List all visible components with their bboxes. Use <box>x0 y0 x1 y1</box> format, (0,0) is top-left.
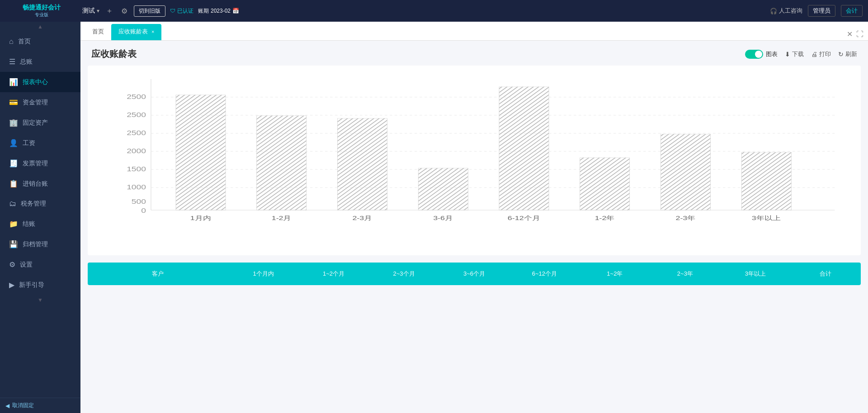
sidebar-label-home: 首页 <box>18 38 31 46</box>
table-container: 客户 1个月内 1~2个月 2~3个月 3~6个月 6~12个月 1~2年 2~… <box>88 263 861 285</box>
sidebar-item-reports[interactable]: 📊 报表中心 <box>0 72 80 92</box>
cancel-pin-button[interactable]: ◀ 取消固定 <box>0 398 80 413</box>
refresh-button[interactable]: ↻ 刷新 <box>838 50 857 58</box>
period-label: 账期 <box>198 7 209 15</box>
svg-rect-25 <box>499 87 549 210</box>
close-window-button[interactable]: ✕ <box>847 30 853 38</box>
home-icon: ⌂ <box>9 38 14 46</box>
sidebar-scroll: ▲ ⌂ 首页 ☰ 总账 📊 报表中心 💳 资金管理 🏢 固定资产 <box>0 22 80 398</box>
sidebar-item-tax[interactable]: 🗂 税务管理 <box>0 194 80 214</box>
company-selector[interactable]: 测试 ▾ <box>82 7 99 15</box>
consult-label: 人工咨询 <box>779 7 802 15</box>
scroll-up-arrow[interactable]: ▲ <box>0 22 80 32</box>
refresh-icon: ↻ <box>838 51 844 58</box>
settings-icon[interactable]: ⚙ <box>119 5 129 17</box>
funds-icon: 💳 <box>9 98 18 107</box>
svg-text:0: 0 <box>141 207 146 215</box>
svg-text:2500: 2500 <box>127 130 146 137</box>
role-button[interactable]: 会计 <box>841 5 863 17</box>
sidebar-label-reports: 报表中心 <box>23 78 48 86</box>
sidebar-item-assets[interactable]: 🏢 固定资产 <box>0 113 80 133</box>
main-layout: ▲ ⌂ 首页 ☰ 总账 📊 报表中心 💳 资金管理 🏢 固定资产 <box>0 22 868 413</box>
sidebar-item-settings[interactable]: ⚙ 设置 <box>0 254 80 275</box>
sales-icon: 📋 <box>9 179 18 188</box>
sidebar-label-assets: 固定资产 <box>23 119 48 127</box>
add-button[interactable]: ＋ <box>104 5 115 18</box>
sidebar-item-archive[interactable]: 💾 归档管理 <box>0 234 80 254</box>
sidebar-label-archive: 归档管理 <box>23 240 48 249</box>
refresh-label: 刷新 <box>845 50 857 58</box>
sidebar-item-home[interactable]: ⌂ 首页 <box>0 32 80 52</box>
switch-version-button[interactable]: 切到旧版 <box>134 5 165 17</box>
manager-button[interactable]: 管理员 <box>808 5 835 17</box>
tax-icon: 🗂 <box>9 200 16 208</box>
toggle-thumb <box>755 51 762 58</box>
sidebar-label-payroll: 工资 <box>23 139 35 147</box>
svg-text:1月内: 1月内 <box>190 215 212 221</box>
tab-ar-aging[interactable]: 应收账龄表 × <box>111 24 161 40</box>
ledger-icon: ☰ <box>9 57 15 66</box>
table-header: 客户 1个月内 1~2个月 2~3个月 3~6个月 6~12个月 1~2年 2~… <box>88 263 861 285</box>
svg-text:2000: 2000 <box>127 148 146 155</box>
svg-text:2-3月: 2-3月 <box>352 215 372 221</box>
print-icon: 🖨 <box>811 51 817 58</box>
tab-actions: ✕ ⛶ <box>847 30 863 40</box>
header-right: 🎧 人工咨询 管理员 会计 <box>770 5 863 17</box>
tab-close-icon[interactable]: × <box>151 29 154 34</box>
chevron-down-icon: ▾ <box>97 8 99 14</box>
col-header-total: 合计 <box>791 263 861 285</box>
cancel-pin-label: 取消固定 <box>12 402 34 409</box>
top-header: 畅捷通好会计 专业版 测试 ▾ ＋ ⚙ 切到旧版 🛡 已认证 账期 2023-0… <box>0 0 868 22</box>
svg-text:3-6月: 3-6月 <box>433 215 453 221</box>
archive-icon: 💾 <box>9 240 18 249</box>
tab-ar-aging-label: 应收账龄表 <box>118 28 148 36</box>
svg-text:6-12个月: 6-12个月 <box>508 215 540 221</box>
svg-text:3年以上: 3年以上 <box>752 215 781 221</box>
report-header: 应收账龄表 图表 ⬇ 下载 🖨 打印 <box>80 41 868 66</box>
certified-text: 已认证 <box>177 7 193 15</box>
guide-icon: ▶ <box>9 281 14 289</box>
svg-text:2500: 2500 <box>127 94 146 101</box>
logo-title: 畅捷通好会计 <box>23 4 61 12</box>
bar-chart: 2500 2500 2500 2000 1500 1000 500 0 1月内 <box>101 75 847 237</box>
sidebar-item-payroll[interactable]: 👤 工资 <box>0 133 80 153</box>
company-name: 测试 <box>82 7 95 15</box>
calendar-icon[interactable]: 📅 <box>232 8 239 14</box>
download-button[interactable]: ⬇ 下载 <box>785 50 804 58</box>
period-value: 2023-02 <box>211 8 231 14</box>
sidebar-item-sales[interactable]: 📋 进销台账 <box>0 174 80 194</box>
print-label: 打印 <box>819 50 831 58</box>
maximize-button[interactable]: ⛶ <box>856 30 863 38</box>
col-header-6-12m: 6~12个月 <box>509 263 580 285</box>
sidebar-label-closing: 结账 <box>23 220 35 228</box>
svg-text:1500: 1500 <box>127 166 146 173</box>
sidebar-item-ledger[interactable]: ☰ 总账 <box>0 52 80 72</box>
sidebar-item-guide[interactable]: ▶ 新手引导 <box>0 275 80 295</box>
sidebar-item-funds[interactable]: 💳 资金管理 <box>0 92 80 113</box>
svg-text:1-2年: 1-2年 <box>595 215 615 221</box>
col-header-3yplus: 3年以上 <box>720 263 790 285</box>
sidebar-item-invoices[interactable]: 🧾 发票管理 <box>0 153 80 174</box>
consult-button[interactable]: 🎧 人工咨询 <box>770 7 802 15</box>
svg-rect-19 <box>257 116 307 210</box>
print-button[interactable]: 🖨 打印 <box>811 50 831 58</box>
chart-toggle[interactable]: 图表 <box>745 50 778 59</box>
shield-icon: 🛡 <box>170 8 175 14</box>
content-area: 首页 应收账龄表 × ✕ ⛶ 应收账龄表 <box>80 22 868 413</box>
settings-nav-icon: ⚙ <box>9 260 15 269</box>
svg-rect-29 <box>661 134 711 210</box>
tab-home-label: 首页 <box>92 28 104 36</box>
sidebar-label-funds: 资金管理 <box>23 99 48 107</box>
col-header-1-2m: 1~2个月 <box>298 263 368 285</box>
sidebar: ▲ ⌂ 首页 ☰ 总账 📊 报表中心 💳 资金管理 🏢 固定资产 <box>0 22 80 413</box>
col-header-1m: 1个月内 <box>228 263 298 285</box>
sidebar-label-settings: 设置 <box>20 261 33 269</box>
headset-icon: 🎧 <box>770 8 777 14</box>
sidebar-item-closing[interactable]: 📁 结账 <box>0 214 80 234</box>
tab-bar: 首页 应收账龄表 × ✕ ⛶ <box>80 22 868 41</box>
payroll-icon: 👤 <box>9 139 18 147</box>
scroll-down-arrow[interactable]: ▼ <box>0 295 80 305</box>
toggle-track[interactable] <box>745 50 763 59</box>
chart-container: 2500 2500 2500 2000 1500 1000 500 0 1月内 <box>88 66 861 255</box>
tab-home[interactable]: 首页 <box>85 24 111 40</box>
